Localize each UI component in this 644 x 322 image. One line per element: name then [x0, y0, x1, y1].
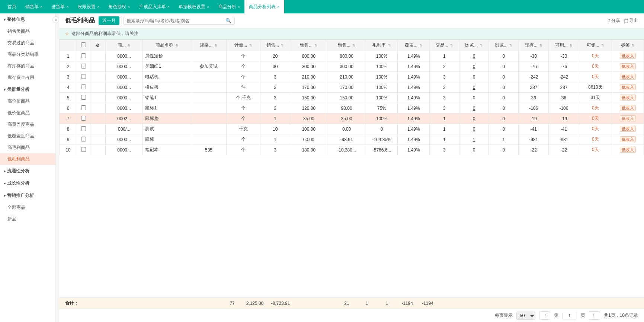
col-code[interactable]: 商... ⇅ — [105, 40, 142, 51]
nav-purchase[interactable]: 进货单 × — [47, 0, 73, 13]
row-check[interactable] — [77, 72, 90, 82]
row-check[interactable] — [77, 93, 90, 103]
sidebar-item-traded-goods[interactable]: 交易过的商品 — [0, 37, 55, 49]
sidebar-item-high-profit[interactable]: 高毛利商品 — [0, 142, 55, 153]
sidebar-group-overview[interactable]: ▾ 整体信息 — [0, 13, 55, 26]
row-view1[interactable]: 0 — [459, 82, 489, 93]
row-view1[interactable]: 0 — [459, 93, 489, 103]
col-tag[interactable]: 标签 ⇅ — [612, 40, 644, 51]
row-check[interactable] — [77, 145, 90, 155]
nav-sales[interactable]: 销货单 × — [21, 0, 47, 13]
row-checkbox[interactable] — [81, 137, 86, 141]
next-page-button[interactable]: 〉 — [589, 311, 600, 320]
sidebar-group-growth[interactable]: ▸ 成长性分析 — [0, 177, 55, 189]
col-gross-rate[interactable]: 毛利率 ⇅ — [366, 40, 398, 51]
row-trade: 3 — [430, 145, 459, 155]
row-checkbox[interactable] — [81, 64, 86, 68]
row-tag: 低收入 — [612, 82, 644, 93]
col-stock[interactable]: 现有... ⇅ — [519, 40, 549, 51]
nav-home[interactable]: 首页 — [3, 0, 21, 13]
row-view1[interactable]: 1 — [459, 134, 489, 145]
row-check[interactable] — [77, 61, 90, 72]
col-salable[interactable]: 可销... ⇅ — [579, 40, 612, 51]
sidebar-item-low-cover[interactable]: 低覆盖度商品 — [0, 130, 55, 142]
row-check[interactable] — [77, 103, 90, 114]
row-checkbox[interactable] — [81, 53, 86, 58]
row-check[interactable] — [77, 82, 90, 93]
close-icon[interactable]: × — [128, 4, 130, 9]
date-filter-button[interactable]: 近一月 — [99, 16, 119, 25]
search-input[interactable] — [126, 18, 225, 23]
sidebar-item-category-rate[interactable]: 商品分类助销率 — [0, 49, 55, 60]
sidebar-group-flow[interactable]: ▸ 流通性分析 — [0, 165, 55, 177]
col-settings[interactable]: ⚙ — [90, 40, 105, 51]
share-button[interactable]: ⤴ 分享 — [608, 17, 620, 24]
sidebar-group-marketing[interactable]: ▾ 营销推广分析 — [0, 189, 55, 202]
row-view1[interactable]: 0 — [459, 61, 489, 72]
export-button[interactable]: ⬚ 导出 — [624, 17, 638, 24]
row-checkbox[interactable] — [81, 116, 86, 121]
row-view1[interactable]: 0 — [459, 145, 489, 155]
row-sales-qty: 3 — [260, 103, 290, 114]
sidebar-item-capital[interactable]: 库存资金占用 — [0, 72, 55, 83]
sidebar-item-all-goods[interactable]: 全部商品 — [0, 202, 55, 213]
page-size-select[interactable]: 50 20 100 — [516, 312, 535, 320]
col-name[interactable]: 商品名称 ⇅ — [143, 40, 191, 51]
col-view1[interactable]: 浏览... ⇅ — [459, 40, 489, 51]
row-check[interactable] — [77, 124, 90, 134]
col-view2[interactable]: 浏览... ⇅ — [489, 40, 519, 51]
row-sales-qty: 20 — [260, 51, 290, 61]
row-checkbox[interactable] — [81, 85, 86, 89]
col-sales-amt[interactable]: 销售... ⇅ — [327, 40, 366, 51]
row-view1[interactable]: 0 — [459, 124, 489, 134]
close-icon[interactable]: × — [97, 4, 99, 9]
sidebar-item-in-stock[interactable]: 有库存的商品 — [0, 60, 55, 72]
col-cover[interactable]: 覆盖... ⇅ — [398, 40, 430, 51]
row-view1[interactable]: 0 — [459, 114, 489, 124]
close-icon[interactable]: × — [238, 4, 240, 9]
close-icon[interactable]: × — [277, 4, 279, 9]
nav-role[interactable]: 角色授权 × — [104, 0, 134, 13]
sidebar-item-low-profit[interactable]: 低毛利商品 — [0, 153, 55, 165]
col-unit[interactable]: 计量... ⇅ — [226, 40, 260, 51]
search-icon[interactable]: 🔍 — [225, 18, 231, 23]
row-check[interactable] — [77, 51, 90, 61]
row-code: 0000... — [105, 82, 142, 93]
close-icon[interactable]: × — [167, 4, 170, 9]
nav-product-in[interactable]: 产成品入库单 × — [135, 0, 174, 13]
sidebar-item-sales-goods[interactable]: 销售类商品 — [0, 26, 55, 37]
col-trade[interactable]: 交易... ⇅ — [430, 40, 459, 51]
row-view1[interactable]: 0 — [459, 72, 489, 82]
nav-analysis-list[interactable]: 商品分析列表 × — [244, 0, 284, 13]
row-view1[interactable]: 0 — [459, 51, 489, 61]
col-spec[interactable]: 规格... ⇅ — [191, 40, 226, 51]
nav-template[interactable]: 单据模板设置 × — [174, 0, 214, 13]
close-icon[interactable]: × — [40, 4, 42, 9]
sidebar-item-high-cover[interactable]: 高覆盖度商品 — [0, 119, 55, 130]
row-check[interactable] — [77, 114, 90, 124]
row-checkbox[interactable] — [81, 105, 86, 110]
nav-permission[interactable]: 权限设置 × — [73, 0, 104, 13]
row-spec — [191, 82, 226, 93]
page-number-input[interactable] — [562, 312, 577, 319]
row-view1[interactable]: 0 — [459, 103, 489, 114]
sidebar-item-high-value[interactable]: 高价值商品 — [0, 96, 55, 107]
row-checkbox[interactable] — [81, 74, 86, 79]
sidebar-collapse-button[interactable]: « — [52, 16, 59, 23]
sidebar-item-new-goods[interactable]: 新品 — [0, 213, 55, 225]
row-checkbox[interactable] — [81, 147, 86, 152]
row-checkbox[interactable] — [81, 95, 86, 100]
row-checkbox[interactable] — [81, 126, 86, 131]
nav-product-analysis[interactable]: 商品分析 × — [214, 0, 244, 13]
prev-page-button[interactable]: 〈 — [539, 311, 550, 320]
col-check[interactable] — [77, 40, 90, 51]
sidebar-group-cluster[interactable]: ▾ 类群量分析 — [0, 83, 55, 96]
sidebar-item-low-value[interactable]: 低价值商品 — [0, 107, 55, 119]
col-avail[interactable]: 可用... ⇅ — [549, 40, 579, 51]
row-check[interactable] — [77, 134, 90, 145]
close-icon[interactable]: × — [207, 4, 209, 9]
select-all-checkbox[interactable] — [81, 42, 86, 47]
col-sales-qty[interactable]: 销售... ⇅ — [260, 40, 290, 51]
col-sales-price[interactable]: 销售... ⇅ — [290, 40, 327, 51]
close-icon[interactable]: × — [66, 4, 68, 9]
